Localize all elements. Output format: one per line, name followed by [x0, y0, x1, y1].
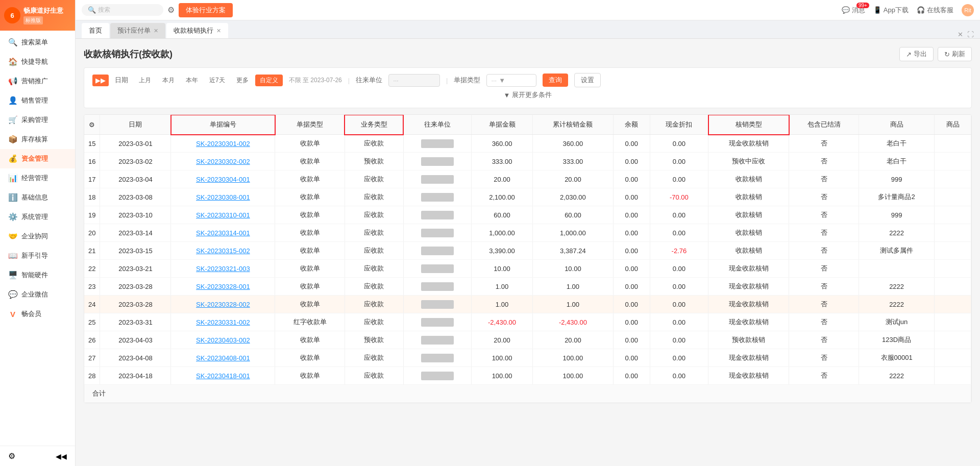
export-button[interactable]: ↗ 导出: [899, 47, 934, 61]
cell-balance: 0.00: [613, 242, 650, 260]
refresh-button[interactable]: ↻ 刷新: [938, 47, 972, 61]
date-btn-custom[interactable]: 自定义: [255, 75, 283, 86]
cell-bill-no[interactable]: SK-20230331-002: [171, 313, 275, 331]
date-btn-this-month[interactable]: 本月: [158, 75, 179, 86]
cell-bill-no[interactable]: SK-20230301-002: [171, 135, 275, 153]
date-btn-this-year[interactable]: 本年: [181, 75, 203, 86]
cell-verified: 333.00: [532, 153, 613, 170]
sidebar-item-wechat[interactable]: 💬 企业微信: [0, 285, 75, 304]
cell-partner: ██████: [403, 313, 472, 331]
query-button[interactable]: 查询: [543, 73, 568, 87]
settings-icon[interactable]: ⚙: [167, 5, 175, 15]
cell-product2: [935, 153, 971, 170]
sidebar-item-sales[interactable]: 👤 销售管理: [0, 91, 75, 110]
table-row: 222023-03-21SK-20230321-003收款单应收款██████1…: [84, 260, 971, 278]
expand-more-btn[interactable]: ▼ 展开更多条件: [95, 90, 960, 100]
cell-balance: 0.00: [613, 260, 650, 278]
cell-product1: 衣服00001: [859, 349, 934, 367]
tab-close-prepayment[interactable]: ✕: [154, 28, 158, 34]
cell-partner: ██████: [403, 224, 472, 242]
sidebar-item-enterprise[interactable]: 🤝 企业协同: [0, 227, 75, 246]
settings-button[interactable]: 设置: [574, 73, 601, 87]
cell-date: 2023-03-15: [100, 242, 171, 260]
industry-solution-button[interactable]: 体验行业方案: [179, 3, 233, 17]
cell-bill-no[interactable]: SK-20230408-001: [171, 349, 275, 367]
sidebar-item-search[interactable]: 🔍 搜索菜单: [0, 33, 75, 52]
sidebar: 6 畅康道好生意 标推版 🔍 搜索菜单 🏠 快捷导航 📢 营销推广 👤 销售管理…: [0, 0, 76, 466]
cell-bill-type: 收款单: [275, 206, 345, 224]
sidebar-item-system[interactable]: ⚙️ 系统管理: [0, 207, 75, 227]
sidebar-item-finance[interactable]: 💰 资金管理: [0, 149, 75, 168]
cell-included: 否: [789, 367, 859, 385]
avatar[interactable]: Rit: [962, 4, 974, 16]
cell-balance: 0.00: [613, 188, 650, 206]
message-button[interactable]: 💬 消息 99+: [842, 6, 865, 15]
cell-included: 否: [789, 153, 859, 170]
sidebar-item-member[interactable]: V 畅会员: [0, 304, 75, 324]
cell-verified: 60.00: [532, 206, 613, 224]
cell-no: 24: [84, 296, 100, 313]
online-service-button[interactable]: 🎧 在线客服: [917, 6, 953, 15]
cell-bill-no[interactable]: SK-20230328-002: [171, 296, 275, 313]
sidebar-item-marketing[interactable]: 📢 营销推广: [0, 71, 75, 91]
cell-balance: 0.00: [613, 206, 650, 224]
cell-product2: [935, 349, 971, 367]
cell-bill-no[interactable]: SK-20230314-001: [171, 224, 275, 242]
cell-product1: 多计量商品2: [859, 188, 934, 206]
tab-prepayment[interactable]: 预计应付单 ✕: [110, 23, 165, 38]
sidebar-item-operation[interactable]: 📊 经营管理: [0, 168, 75, 188]
sidebar-item-inventory[interactable]: 📦 库存核算: [0, 130, 75, 149]
cell-verify-type: 收款核销: [708, 206, 789, 224]
cell-product1: [859, 260, 934, 278]
cell-bill-no[interactable]: SK-20230418-001: [171, 367, 275, 385]
cell-bill-no[interactable]: SK-20230328-001: [171, 278, 275, 296]
table-row: 182023-03-08SK-20230308-001收款单应收款██████2…: [84, 188, 971, 206]
cell-bill-no[interactable]: SK-20230308-001: [171, 188, 275, 206]
cell-cash-discount: 0.00: [650, 135, 708, 153]
sidebar-item-hardware[interactable]: 🖥️ 智能硬件: [0, 265, 75, 285]
cell-verify-type: 收款核销: [708, 170, 789, 188]
sidebar-item-basic[interactable]: ℹ️ 基础信息: [0, 188, 75, 207]
cell-amount: 100.00: [472, 367, 533, 385]
col-settings[interactable]: ⚙: [84, 115, 100, 135]
bill-type-select[interactable]: ··· ▼: [486, 74, 536, 87]
cell-verify-type: 预收中应收: [708, 153, 789, 170]
cell-verify-type: 现金收款核销: [708, 367, 789, 385]
sidebar-item-guide[interactable]: 📖 新手引导: [0, 246, 75, 265]
partner-input[interactable]: ···: [388, 74, 440, 87]
date-btn-7days[interactable]: 近7天: [205, 75, 230, 86]
sidebar-item-purchase[interactable]: 🛒 采购管理: [0, 110, 75, 130]
topbar-search-box[interactable]: 🔍 搜索: [82, 4, 163, 16]
cell-bill-type: 收款单: [275, 170, 345, 188]
cell-bill-no[interactable]: SK-20230310-001: [171, 206, 275, 224]
cell-product1: 123D商品: [859, 331, 934, 349]
date-btn-last-month[interactable]: 上月: [134, 75, 156, 86]
tab-close-window-icon[interactable]: ✕: [958, 31, 963, 38]
sidebar-item-quick-nav[interactable]: 🏠 快捷导航: [0, 52, 75, 71]
cell-verified: 1.00: [532, 296, 613, 313]
cell-balance: 0.00: [613, 170, 650, 188]
cell-bill-type: 红字收款单: [275, 313, 345, 331]
cell-bill-no[interactable]: SK-20230304-001: [171, 170, 275, 188]
date-btn-more[interactable]: 更多: [232, 75, 253, 86]
table-row: 172023-03-04SK-20230304-001收款单应收款██████2…: [84, 170, 971, 188]
cell-bill-no[interactable]: SK-20230315-002: [171, 242, 275, 260]
filter-toggle-icon[interactable]: ▶▶: [92, 75, 109, 86]
tab-expand-icon[interactable]: ⛶: [967, 31, 974, 38]
tab-home[interactable]: 首页: [82, 23, 109, 38]
cell-bill-no[interactable]: SK-20230403-002: [171, 331, 275, 349]
cell-bill-no[interactable]: SK-20230321-003: [171, 260, 275, 278]
tab-collection[interactable]: 收款核销执行 ✕: [166, 23, 228, 38]
cell-balance: 0.00: [613, 153, 650, 170]
filter-expand-row: ▼ 展开更多条件: [92, 87, 963, 103]
cell-bill-type: 收款单: [275, 331, 345, 349]
cell-product2: [935, 260, 971, 278]
sidebar-collapse-icon[interactable]: ◀◀: [56, 452, 67, 460]
footer-settings-icon[interactable]: ⚙: [8, 451, 15, 461]
cell-bill-no[interactable]: SK-20230302-002: [171, 153, 275, 170]
cell-date: 2023-03-28: [100, 278, 171, 296]
tab-close-collection[interactable]: ✕: [216, 28, 221, 34]
export-icon: ↗: [906, 51, 912, 58]
app-download-button[interactable]: 📱 App下载: [873, 6, 909, 15]
purchase-icon: 🛒: [8, 115, 17, 125]
